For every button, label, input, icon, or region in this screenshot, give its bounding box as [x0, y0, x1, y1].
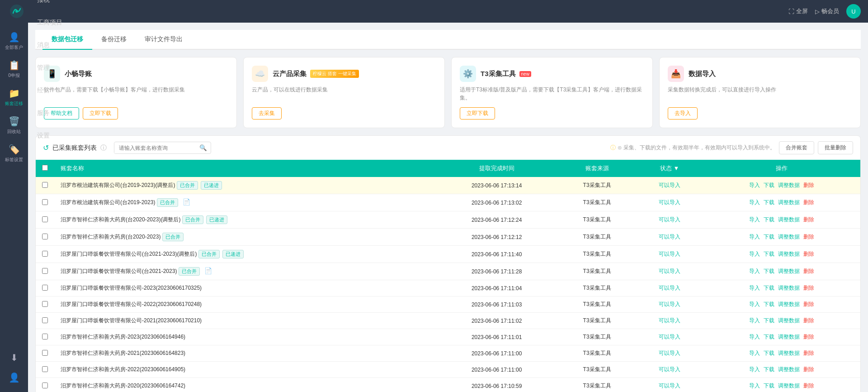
action-导入[interactable]: 导入 [749, 268, 760, 274]
search-button[interactable]: 🔍 [196, 142, 211, 153]
action-导入[interactable]: 导入 [749, 182, 760, 188]
action-下载[interactable]: 下载 [764, 317, 774, 324]
row-checkbox[interactable] [42, 268, 48, 274]
nav-items: 首页客户收费票据new记账报税工商项目消息管理经营服务设置 [31, 0, 69, 147]
action-删除[interactable]: 删除 [803, 216, 814, 223]
action-下载[interactable]: 下载 [764, 366, 774, 373]
action-下载[interactable]: 下载 [764, 301, 774, 307]
action-删除[interactable]: 删除 [803, 350, 814, 356]
action-导入[interactable]: 导入 [749, 251, 760, 257]
row-checkbox[interactable] [42, 216, 48, 222]
card-button[interactable]: 去采集 [252, 107, 282, 120]
search-input[interactable] [114, 143, 196, 153]
action-导入[interactable]: 导入 [749, 366, 760, 373]
sidebar-item-user[interactable]: 👤 [0, 368, 28, 387]
sidebar-item-download[interactable]: ⬇ [0, 348, 28, 368]
action-调整数据[interactable]: 调整数据 [778, 350, 800, 356]
action-下载[interactable]: 下载 [764, 268, 774, 274]
action-调整数据[interactable]: 调整数据 [778, 216, 800, 223]
file-icon[interactable]: 📄 [183, 198, 190, 206]
action-调整数据[interactable]: 调整数据 [778, 382, 800, 389]
nav-item-service[interactable]: 服务 [31, 102, 69, 124]
row-checkbox[interactable] [42, 251, 48, 257]
action-调整数据[interactable]: 调整数据 [778, 251, 800, 257]
action-调整数据[interactable]: 调整数据 [778, 285, 800, 291]
nav-item-manage[interactable]: 管理 [31, 57, 69, 79]
action-下载[interactable]: 下载 [764, 234, 774, 240]
action-下载[interactable]: 下载 [764, 382, 774, 389]
action-导入[interactable]: 导入 [749, 382, 760, 389]
batch-delete-button[interactable]: 批量删除 [818, 141, 853, 154]
sidebar-item-all-clients[interactable]: 👤全部客户 [5, 27, 23, 55]
row-checkbox[interactable] [42, 350, 48, 356]
action-下载[interactable]: 下载 [764, 285, 774, 291]
action-删除[interactable]: 删除 [803, 301, 814, 307]
merge-accounts-button[interactable]: 合并账套 [779, 141, 814, 154]
card-button[interactable]: 立即下载 [83, 107, 118, 120]
sidebar-item-recycle[interactable]: 🗑️回收站 [5, 111, 23, 139]
row-checkbox[interactable] [42, 334, 48, 339]
app-logo[interactable] [7, 2, 26, 21]
col-header-status[interactable]: 状态 ▼ [637, 160, 703, 177]
action-删除[interactable]: 删除 [803, 268, 814, 274]
row-checkbox[interactable] [42, 285, 48, 291]
member-button[interactable]: ▷ 畅会员 [815, 7, 839, 15]
action-删除[interactable]: 删除 [803, 199, 814, 206]
row-checkbox[interactable] [42, 366, 48, 372]
action-导入[interactable]: 导入 [749, 285, 760, 291]
action-删除[interactable]: 删除 [803, 234, 814, 240]
tab-backup-migration[interactable]: 备份迁移 [92, 30, 136, 50]
row-checkbox[interactable] [42, 382, 48, 388]
action-导入[interactable]: 导入 [749, 350, 760, 356]
sidebar-item-tag-settings[interactable]: 🏷️标签设置 [5, 139, 23, 167]
action-删除[interactable]: 删除 [803, 182, 814, 188]
file-icon[interactable]: 📄 [204, 267, 212, 274]
action-删除[interactable]: 删除 [803, 366, 814, 373]
action-导入[interactable]: 导入 [749, 234, 760, 240]
nav-item-message[interactable]: 消息 [31, 34, 69, 57]
nav-item-operation[interactable]: 经营 [31, 79, 69, 102]
action-导入[interactable]: 导入 [749, 334, 760, 340]
action-下载[interactable]: 下载 [764, 350, 774, 356]
card-button[interactable]: 去导入 [668, 107, 698, 120]
action-调整数据[interactable]: 调整数据 [778, 301, 800, 307]
tab-audit-export[interactable]: 审计文件导出 [136, 30, 192, 50]
avatar[interactable]: U [846, 4, 861, 19]
row-checkbox[interactable] [42, 317, 48, 323]
action-删除[interactable]: 删除 [803, 317, 814, 324]
action-下载[interactable]: 下载 [764, 216, 774, 223]
row-checkbox[interactable] [42, 234, 48, 239]
action-删除[interactable]: 删除 [803, 382, 814, 389]
action-下载[interactable]: 下载 [764, 251, 774, 257]
action-导入[interactable]: 导入 [749, 216, 760, 223]
action-导入[interactable]: 导入 [749, 317, 760, 324]
nav-item-settings[interactable]: 设置 [31, 124, 69, 147]
row-checkbox[interactable] [42, 182, 48, 188]
action-调整数据[interactable]: 调整数据 [778, 199, 800, 206]
help-icon[interactable]: ⓘ [100, 144, 107, 152]
action-下载[interactable]: 下载 [764, 334, 774, 340]
action-调整数据[interactable]: 调整数据 [778, 268, 800, 274]
fullscreen-button[interactable]: ⛶ 全屏 [788, 7, 808, 15]
action-调整数据[interactable]: 调整数据 [778, 234, 800, 240]
action-删除[interactable]: 删除 [803, 334, 814, 340]
action-下载[interactable]: 下载 [764, 199, 774, 206]
row-checkbox[interactable] [42, 199, 48, 205]
select-all-checkbox[interactable] [42, 165, 48, 171]
nav-item-industry[interactable]: 工商项目 [31, 11, 69, 34]
action-删除[interactable]: 删除 [803, 285, 814, 291]
action-导入[interactable]: 导入 [749, 301, 760, 307]
nav-item-tax[interactable]: 报税 [31, 0, 69, 11]
sidebar-item-account-migration[interactable]: 📁账套迁移 [5, 83, 23, 111]
action-删除[interactable]: 删除 [803, 251, 814, 257]
action-调整数据[interactable]: 调整数据 [778, 182, 800, 188]
card-button[interactable]: 立即下载 [460, 107, 495, 120]
action-调整数据[interactable]: 调整数据 [778, 317, 800, 324]
row-checkbox[interactable] [42, 301, 48, 307]
sidebar-label: 账套迁移 [5, 100, 23, 107]
sidebar-item-zero-report[interactable]: 📋0申报 [5, 55, 23, 83]
action-导入[interactable]: 导入 [749, 199, 760, 206]
action-调整数据[interactable]: 调整数据 [778, 334, 800, 340]
action-下载[interactable]: 下载 [764, 182, 774, 188]
action-调整数据[interactable]: 调整数据 [778, 366, 800, 373]
